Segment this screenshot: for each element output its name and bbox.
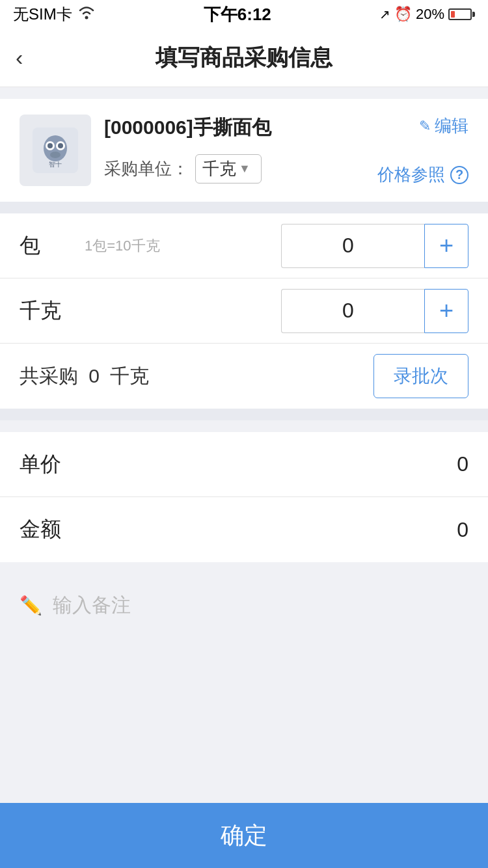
kg-input-row: 千克 + [0,278,488,344]
amount-row: 金额 0 [0,497,488,562]
bag-sublabel: 1包=10千克 [85,236,268,256]
edit-icon: ✎ [419,118,431,135]
kg-plus-button[interactable]: + [424,289,468,333]
carrier-text: 无SIM卡 [13,4,72,25]
pencil-icon: ✏️ [20,595,42,616]
product-logo-icon: 智十 [33,128,78,173]
kg-quantity-input[interactable] [281,289,424,333]
info-icon: ? [450,166,468,184]
svg-point-6 [58,143,63,148]
price-value: 0 [457,452,468,476]
alarm-icon: ⏰ [394,6,412,23]
back-button[interactable]: ‹ [16,45,23,70]
status-right: ↗ ⏰ 20% [379,6,475,23]
svg-point-7 [50,152,61,158]
kg-label: 千克 [20,297,72,325]
bag-plus-button[interactable]: + [424,224,468,268]
status-bar: 无SIM卡 下午6:12 ↗ ⏰ 20% [0,0,488,29]
amount-label: 金额 [20,515,61,544]
svg-point-5 [47,143,53,148]
price-label: 单价 [20,450,61,479]
wifi-icon [77,5,96,23]
product-name: [0000006]手撕面包 [104,115,468,141]
unit-dropdown-arrow: ▼ [239,162,251,176]
nav-bar: ‹ 填写商品采购信息 [0,29,488,87]
location-icon: ↗ [379,7,390,22]
summary-text: 共采购 0 千克 [20,363,149,390]
notes-section[interactable]: ✏️ 输入备注 [0,574,488,637]
edit-button[interactable]: ✎ 编辑 [419,115,468,137]
status-left: 无SIM卡 [13,4,96,25]
battery-percentage: 20% [416,6,444,23]
price-reference-button[interactable]: 价格参照 ? [377,163,468,186]
bag-input-control: + [281,224,468,268]
kg-input-control: + [281,289,468,333]
bag-input-row: 包 1包=10千克 + [0,213,488,278]
summary-row: 共采购 0 千克 录批次 [0,344,488,409]
battery-icon [448,8,475,20]
status-time: 下午6:12 [204,3,271,26]
divider-2 [0,409,488,420]
batch-button[interactable]: 录批次 [373,354,468,398]
product-image: 智十 [20,115,91,186]
detail-section: 单价 0 金额 0 [0,432,488,562]
divider-1 [0,202,488,213]
price-row: 单价 0 [0,432,488,497]
notes-placeholder: 输入备注 [53,592,131,619]
input-section: 包 1包=10千克 + 千克 + 共采购 0 千克 录批次 [0,213,488,409]
unit-label: 采购单位： [104,157,189,180]
summary-value: 0 [88,365,100,387]
bag-quantity-input[interactable] [281,224,424,268]
bag-label: 包 [20,232,72,260]
confirm-button[interactable]: 确定 [0,803,488,868]
unit-select[interactable]: 千克 ▼ [195,154,262,183]
svg-point-0 [85,16,88,20]
product-card: 智十 [0000006]手撕面包 采购单位： 千克 ▼ ✎ 编辑 价格参照 ? [0,99,488,202]
amount-value: 0 [457,518,468,542]
page-title: 填写商品采购信息 [156,43,332,73]
svg-text:智十: 智十 [49,161,62,168]
